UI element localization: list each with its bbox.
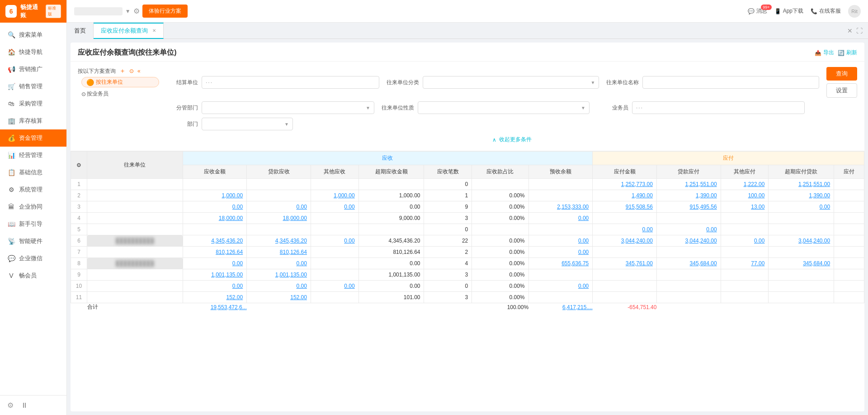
table-cell[interactable]: 1,390.00 [656, 190, 721, 201]
table-cell[interactable]: 152.00 [247, 292, 311, 303]
table-cell[interactable]: 810,126.64 [247, 247, 311, 258]
settle-input[interactable]: ··· [202, 76, 379, 89]
table-cell[interactable]: 0.00 [247, 258, 311, 269]
table-cell[interactable]: 0.00 [247, 201, 311, 213]
sidebar-item-basic[interactable]: 📋 基础信息 [0, 164, 66, 181]
filter-add-icon[interactable]: ＋ [119, 67, 126, 75]
app-download[interactable]: 📱 App下载 [774, 7, 803, 15]
online-service[interactable]: 📞 在线客服 [811, 7, 841, 15]
filter-collapse-icon[interactable]: « [137, 68, 141, 74]
table-cell[interactable]: 3,044,240.00 [769, 235, 834, 247]
table-cell[interactable]: 0.00 [311, 235, 359, 247]
table-cell[interactable]: 0.00 [528, 247, 593, 258]
tab-home[interactable]: 首页 [67, 23, 94, 39]
sidebar-item-marketing[interactable]: 📢 营销推广 [0, 61, 66, 78]
breadcrumb-dropdown-icon[interactable]: ▼ [125, 8, 131, 14]
table-cell[interactable]: 0.00 [528, 235, 593, 247]
collapse-bar[interactable]: ∧ 收起更多条件 [166, 134, 857, 145]
table-cell[interactable]: 1,222.00 [721, 179, 769, 190]
sidebar-item-purchase[interactable]: 🛍 采购管理 [0, 95, 66, 112]
sidebar-item-finance[interactable]: 💰 资金管理 [0, 129, 66, 147]
table-cell[interactable]: 655,636.75 [528, 258, 593, 269]
set-button[interactable]: 设置 [826, 83, 857, 98]
table-cell[interactable]: 1,390.00 [769, 190, 834, 201]
filter-scheme-by-unit[interactable]: 🟠 按往来单位 [81, 77, 159, 87]
table-cell[interactable]: 100.00 [721, 190, 769, 201]
sidebar-item-hardware[interactable]: 📡 智能硬件 [0, 233, 66, 250]
sidebar-item-guide[interactable]: 📖 新手引导 [0, 215, 66, 233]
promo-button[interactable]: 体验行业方案 [142, 5, 188, 18]
name-input[interactable] [642, 76, 819, 89]
table-cell[interactable]: 0.00 [528, 281, 593, 292]
user-avatar[interactable]: Rit [848, 5, 861, 18]
table-cell[interactable]: 1,000.00 [311, 190, 359, 201]
topbar-gear-icon[interactable]: ⚙ [133, 7, 140, 15]
sidebar-item-vip[interactable]: V 畅会员 [0, 267, 66, 284]
table-cell[interactable]: 0.00 [247, 281, 311, 292]
table-cell[interactable]: 1,251,551.00 [656, 179, 721, 190]
table-cell[interactable]: 152.00 [183, 292, 247, 303]
table-cell[interactable]: 13.00 [721, 201, 769, 213]
sidebar-item-sales[interactable]: 🛒 销售管理 [0, 78, 66, 95]
salesman-input[interactable]: ··· [632, 101, 805, 114]
table-cell[interactable]: 345,684.00 [769, 258, 834, 269]
dept-input[interactable]: ▼ [202, 101, 374, 114]
table-cell[interactable]: 915,508.56 [593, 201, 657, 213]
table-cell[interactable]: 77.00 [721, 258, 769, 269]
tab-close-all-icon[interactable]: ✕ [847, 27, 853, 34]
message-badge[interactable]: 💬 消息 99+ [748, 7, 767, 15]
footer-ar-total[interactable]: 19,553,472,6... [183, 303, 247, 311]
table-cell[interactable]: 345,684.00 [656, 258, 721, 269]
bumen-input[interactable]: ▼ [202, 118, 293, 130]
table-cell[interactable]: 0.00 [183, 281, 247, 292]
table-cell[interactable]: 1,490.00 [593, 190, 657, 201]
table-cell[interactable]: 0.00 [183, 258, 247, 269]
table-cell[interactable]: 1,001,135.00 [183, 269, 247, 281]
table-cell[interactable]: 3,044,240.00 [656, 235, 721, 247]
table-cell[interactable]: 4,345,436.20 [247, 235, 311, 247]
filter-field-name: 往来单位名称 [606, 76, 819, 89]
query-button[interactable]: 查询 [826, 67, 857, 81]
tab-close-icon[interactable]: ✕ [152, 28, 156, 33]
footer-prepay[interactable]: 6,417,215.... [528, 303, 593, 311]
table-cell[interactable]: 0.00 [311, 201, 359, 213]
table-cell[interactable]: 1,000.00 [183, 190, 247, 201]
sidebar-item-system[interactable]: ⚙ 系统管理 [0, 181, 66, 198]
table-cell[interactable]: 0.00 [528, 213, 593, 224]
collapse-footer-icon[interactable]: ⏸ [21, 401, 28, 410]
table-cell[interactable]: 4,345,436.20 [183, 235, 247, 247]
table-cell[interactable]: 915,495.56 [656, 201, 721, 213]
table-cell [311, 213, 359, 224]
table-cell[interactable]: 0.00 [311, 281, 359, 292]
export-button[interactable]: 📤 导出 [815, 49, 834, 57]
settings-footer-icon[interactable]: ⚙ [7, 401, 14, 410]
table-cell[interactable]: 3,044,240.00 [593, 235, 657, 247]
nature-input[interactable]: ▼ [418, 101, 590, 114]
tab-expand-icon[interactable]: ⛶ [856, 27, 863, 34]
sidebar-item-enterprise[interactable]: 🏛 企业协同 [0, 198, 66, 215]
refresh-button[interactable]: 🔄 刷新 [838, 49, 857, 57]
table-cell[interactable]: 0.00 [721, 235, 769, 247]
table-cell[interactable]: 2,153,333.00 [528, 201, 593, 213]
table-cell[interactable]: 0.00 [593, 224, 657, 235]
sidebar-item-inventory[interactable]: 🏢 库存核算 [0, 112, 66, 129]
table-cell[interactable]: 18,000.00 [247, 213, 311, 224]
category-input[interactable]: ▼ [423, 76, 599, 89]
table-cell[interactable]: 1,001,135.00 [247, 269, 311, 281]
table-cell[interactable]: 0.00 [183, 201, 247, 213]
table-cell[interactable]: 1,251,551.00 [769, 179, 834, 190]
filter-scheme-by-salesman[interactable]: ⊙ 按业务员 [81, 90, 159, 98]
filter-settings-icon[interactable]: ⊙ [129, 68, 134, 74]
sidebar-item-operations[interactable]: 📊 经营管理 [0, 147, 66, 164]
table-cell[interactable]: 345,761.00 [593, 258, 657, 269]
table-cell[interactable]: 0.00 [769, 201, 834, 213]
sidebar-item-search[interactable]: 🔍 搜索菜单 [0, 26, 66, 43]
table-cell[interactable]: 810,126.64 [183, 247, 247, 258]
sidebar-item-wechat[interactable]: 💬 企业微信 [0, 250, 66, 267]
sidebar-item-quicknav[interactable]: 🏠 快捷导航 [0, 43, 66, 61]
table-cell[interactable]: 0.00 [656, 224, 721, 235]
th-settings[interactable]: ⚙ [71, 152, 87, 179]
table-cell[interactable]: 1,252,773.00 [593, 179, 657, 190]
tab-query[interactable]: 应收应付余额查询 ✕ [94, 23, 164, 39]
table-cell[interactable]: 18,000.00 [183, 213, 247, 224]
